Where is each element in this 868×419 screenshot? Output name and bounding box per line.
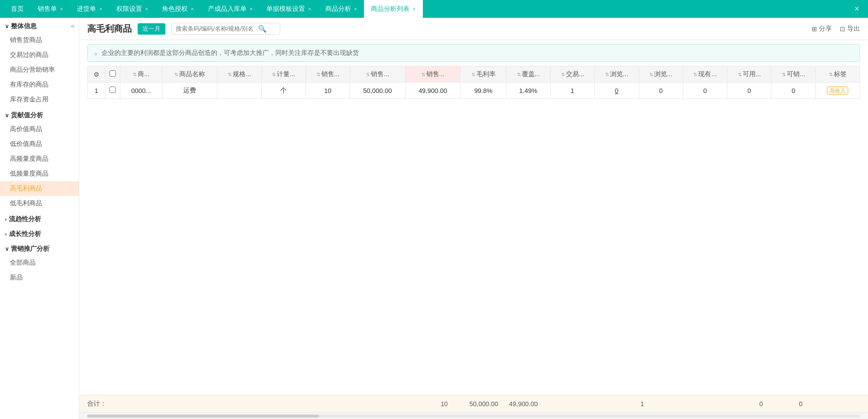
col-margin-rate[interactable]: ⇅ 毛利率 [460, 66, 506, 83]
col-unit[interactable]: ⇅ 计量... [261, 66, 306, 83]
sidebar-financial-analysis-items: 高价值商品 低价值商品 高频量度商品 低频量度商品 高毛利商品 低毛利商品 [0, 122, 79, 211]
sidebar-group-growth-analysis[interactable]: › 成长性分析 [0, 226, 79, 240]
share-button[interactable]: ⊞ 分享 [812, 24, 832, 33]
sort-icon: ⇅ [471, 72, 475, 77]
sidebar-group-marketing-analysis[interactable]: ∨ 营销推广分析 [0, 240, 79, 255]
sidebar-item-inventory-goods[interactable]: 有库存的商品 [0, 77, 79, 92]
browse1-link[interactable]: 0 [615, 87, 618, 94]
col-name[interactable]: ⇅ 商品名称 [162, 66, 217, 83]
sort-icon: ⇅ [316, 72, 320, 77]
cell-margin-rate: 99.8% [460, 83, 506, 99]
cell-sales-cost: 49,900.00 [405, 83, 460, 99]
sort-icon: ⇅ [228, 72, 232, 77]
content-area: 高毛利商品 近一月 🔍 ⊞ 分享 ⊡ 导出 ⬦ 企业的主要的利润都是这部分商品创… [79, 18, 868, 419]
sidebar-group-trend-analysis[interactable]: › 流趋性分析 [0, 211, 79, 226]
sidebar-item-high-freq-goods[interactable]: 高频量度商品 [0, 151, 79, 166]
cell-browse1[interactable]: 0 [595, 83, 639, 99]
cell-sales-amount: 50,000.00 [350, 83, 406, 99]
search-box: 🔍 [171, 23, 280, 35]
sidebar-item-all-goods[interactable]: 全部商品 [0, 255, 79, 270]
sidebar-item-high-margin-goods[interactable]: 高毛利商品 [0, 181, 79, 196]
close-icon[interactable]: × [250, 6, 253, 12]
notice-icon: ⬦ [94, 49, 98, 57]
footer-browse1 [662, 400, 702, 408]
chevron-down-icon: ∨ [5, 112, 9, 119]
sidebar-item-low-margin-goods[interactable]: 低毛利商品 [0, 196, 79, 211]
sort-icon: ⇅ [272, 72, 276, 77]
col-settings[interactable]: ⚙ [88, 66, 105, 83]
footer-available: 0 [741, 400, 781, 408]
nav-tab-purchase-order[interactable]: 进货单 × [70, 0, 109, 18]
col-sales-cost[interactable]: ⇅ 销售... [405, 66, 460, 83]
nav-tab-permission-settings[interactable]: 权限设置 × [109, 0, 155, 18]
footer-sales-cost: 49,900.00 [504, 400, 543, 408]
table-wrapper[interactable]: ⚙ ⇅ 商... ⇅ [79, 66, 868, 395]
close-all-button[interactable]: × [850, 4, 864, 13]
sidebar-item-inventory-capital[interactable]: 库存资金占用 [0, 92, 79, 107]
col-sellable[interactable]: ⇅ 可销... [771, 66, 816, 83]
date-filter-button[interactable]: 近一月 [138, 23, 165, 35]
sidebar-item-new-goods[interactable]: 新品 [0, 270, 79, 285]
close-icon[interactable]: × [99, 6, 102, 12]
top-nav: 首页 销售单 × 进货单 × 权限设置 × 角色授权 × 产成品入库单 × 单据… [0, 0, 868, 18]
cell-sellable: 0 [771, 83, 816, 99]
sidebar-group-overall-info[interactable]: ∨ 整体信息 [0, 18, 79, 33]
scrollbar-thumb[interactable] [87, 415, 319, 418]
share-icon: ⊞ [812, 25, 817, 33]
sidebar-collapse-button[interactable]: « [71, 22, 75, 30]
footer-margin-rate [543, 400, 583, 408]
cell-checkbox[interactable] [105, 83, 120, 99]
footer-cells: 10 50,000.00 49,900.00 1 0 0 [112, 400, 860, 408]
sidebar-item-sales-goods[interactable]: 销售货商品 [0, 33, 79, 47]
col-tag[interactable]: ⇅ 标签 [816, 66, 860, 83]
cell-browse2: 0 [639, 83, 683, 99]
col-spec[interactable]: ⇅ 规格... [217, 66, 261, 83]
col-usable[interactable]: ⇅ 可用... [727, 66, 771, 83]
product-table: ⚙ ⇅ 商... ⇅ [87, 66, 860, 99]
col-sales-qty[interactable]: ⇅ 销售... [306, 66, 350, 83]
close-icon[interactable]: × [60, 6, 63, 12]
select-all-checkbox[interactable] [109, 70, 116, 77]
col-browse1[interactable]: ⇅ 浏览... [595, 66, 639, 83]
close-icon[interactable]: × [145, 6, 148, 12]
nav-tab-role-permissions[interactable]: 角色授权 × [155, 0, 201, 18]
sidebar-item-high-value-goods[interactable]: 高价值商品 [0, 122, 79, 137]
footer-cell-spacer [112, 400, 424, 408]
nav-tab-product-analysis-list[interactable]: 商品分析列表 × [364, 0, 422, 18]
col-available[interactable]: ⇅ 现有... [683, 66, 727, 83]
export-button[interactable]: ⊡ 导出 [840, 24, 860, 33]
nav-tab-sales-order[interactable]: 销售单 × [31, 0, 70, 18]
nav-tab-home[interactable]: 首页 [4, 0, 31, 18]
scrollbar-track[interactable] [87, 415, 860, 418]
chevron-down-icon: ∨ [5, 23, 9, 30]
close-icon[interactable]: × [308, 6, 311, 12]
tag-badge: 高收入 [827, 87, 848, 94]
close-icon[interactable]: × [354, 6, 357, 12]
cell-sales-qty: 10 [306, 83, 350, 99]
close-icon[interactable]: × [191, 6, 194, 12]
cell-spec [217, 83, 261, 99]
nav-tab-product-analysis[interactable]: 商品分析 × [318, 0, 364, 18]
col-checkbox[interactable] [105, 66, 120, 83]
col-browse2[interactable]: ⇅ 浏览... [639, 66, 683, 83]
notice-text: 企业的主要的利润都是这部分商品创造的，可考虑加大推广，同时关注库存是不要出现缺货 [102, 48, 359, 57]
search-input[interactable] [176, 25, 255, 32]
footer-sales-amount: 50,000.00 [464, 400, 504, 408]
notice-bar: ⬦ 企业的主要的利润都是这部分商品创造的，可考虑加大推广，同时关注库存是不要出现… [87, 44, 860, 62]
nav-tab-order-template[interactable]: 单据模板设置 × [259, 0, 318, 18]
sidebar-item-traded-goods[interactable]: 交易过的商品 [0, 47, 79, 62]
sidebar-item-low-value-goods[interactable]: 低价值商品 [0, 137, 79, 151]
sidebar-item-product-scoring[interactable]: 商品分营助销率 [0, 62, 79, 77]
close-icon[interactable]: × [412, 6, 415, 12]
row-checkbox[interactable] [109, 87, 116, 93]
col-coverage[interactable]: ⇅ 覆盖... [506, 66, 550, 83]
chevron-down-icon: ∨ [5, 246, 9, 252]
col-sales-amount[interactable]: ⇅ 销售... [350, 66, 406, 83]
sort-icon: ⇅ [561, 72, 565, 77]
col-transaction[interactable]: ⇅ 交易... [551, 66, 595, 83]
table-footer: 合计： 10 50,000.00 49,900.00 1 0 0 [79, 395, 868, 412]
sidebar-item-low-freq-goods[interactable]: 低频量度商品 [0, 166, 79, 181]
nav-tab-product-entry[interactable]: 产成品入库单 × [201, 0, 259, 18]
col-code[interactable]: ⇅ 商... [120, 66, 162, 83]
sidebar-group-financial-analysis[interactable]: ∨ 贡献值分析 [0, 107, 79, 122]
